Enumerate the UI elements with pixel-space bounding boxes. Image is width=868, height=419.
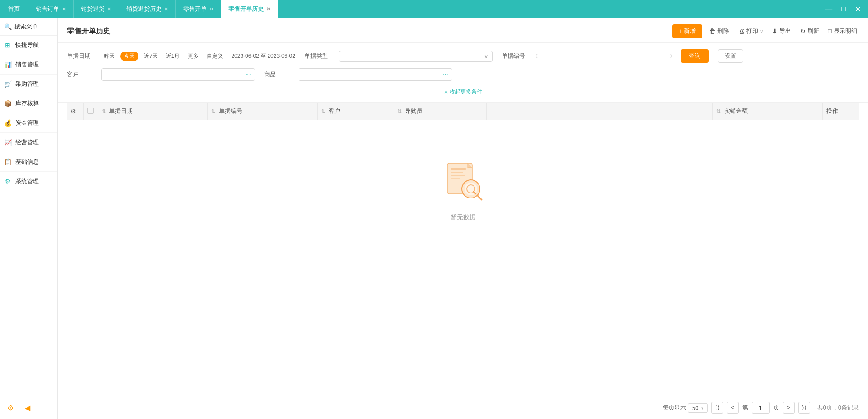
type-label: 单据类型 xyxy=(304,52,330,60)
customer-input[interactable]: ··· xyxy=(101,68,255,81)
delete-button[interactable]: 🗑 删除 xyxy=(707,26,731,36)
print-button[interactable]: 🖨 打印 ∨ xyxy=(736,26,765,36)
th-customer-label: 客户 xyxy=(328,108,340,114)
goods-input[interactable]: ··· xyxy=(299,68,452,81)
sidebar-item-quick-nav[interactable]: ⊞ 快捷导航 xyxy=(0,36,57,55)
tab-retail-open[interactable]: 零售开单 ✕ xyxy=(176,0,221,18)
sidebar-item-finance-mgmt[interactable]: 💰 资金管理 xyxy=(0,113,57,133)
sidebar-item-basic-info-label: 基础信息 xyxy=(15,158,39,166)
display-icon: □ xyxy=(828,28,832,35)
tab-retail-open-close[interactable]: ✕ xyxy=(209,6,213,12)
display-detail-button[interactable]: □ 显示明细 xyxy=(826,26,859,36)
th-settings[interactable]: ⚙ xyxy=(67,103,83,120)
system-mgmt-icon: ⚙ xyxy=(4,177,12,185)
delete-label: 删除 xyxy=(717,27,729,35)
sidebar-item-stock-calc-label: 库存核算 xyxy=(15,99,39,108)
svg-rect-2 xyxy=(451,172,463,173)
th-action-label: 操作 xyxy=(826,108,838,114)
number-input[interactable] xyxy=(536,54,672,58)
date-btn-yesterday[interactable]: 昨天 xyxy=(101,52,118,61)
date-btn-7days[interactable]: 近7天 xyxy=(141,52,161,61)
sidebar-settings-button[interactable]: ⚙ xyxy=(4,401,17,414)
page-size-box[interactable]: 50 ∨ xyxy=(688,403,707,413)
filter-area: 单据日期 昨天 今天 近7天 近1月 更多 自定义 2023-06-02 至 2… xyxy=(58,43,868,103)
collapse-row[interactable]: ∧ 收起更多条件 xyxy=(67,86,859,96)
date-btn-1month[interactable]: 近1月 xyxy=(163,52,183,61)
svg-rect-1 xyxy=(451,168,466,170)
search-icon: 🔍 xyxy=(4,23,12,31)
th-guide-label: 导购员 xyxy=(405,108,422,114)
tab-sales-order[interactable]: 销售订单 ✕ xyxy=(28,0,74,18)
sidebar-item-basic-info[interactable]: 📋 基础信息 xyxy=(0,152,57,172)
sidebar-search[interactable]: 🔍 搜索采单 xyxy=(0,18,57,36)
svg-rect-3 xyxy=(451,175,465,176)
tab-sales-return-close[interactable]: ✕ xyxy=(107,6,111,12)
tab-home-label: 首页 xyxy=(8,5,20,13)
date-range: 2023-06-02 至 2023-06-02 xyxy=(231,52,295,60)
operations-mgmt-icon: 📈 xyxy=(4,138,12,146)
type-dropdown-icon: ∨ xyxy=(484,53,489,60)
sales-mgmt-icon: 📊 xyxy=(4,61,12,69)
settings-icon: ⚙ xyxy=(71,108,76,115)
next-page-button[interactable]: > xyxy=(783,402,795,414)
query-button[interactable]: 查询 xyxy=(681,49,709,63)
customer-label: 客户 xyxy=(67,71,92,79)
sidebar-item-system-mgmt[interactable]: ⚙ 系统管理 xyxy=(0,172,57,191)
date-btn-today[interactable]: 今天 xyxy=(120,52,138,61)
th-number-label: 单据编号 xyxy=(219,108,242,114)
close-button[interactable]: ✕ xyxy=(852,4,863,14)
total-info: 共0页，0条记录 xyxy=(817,404,859,412)
refresh-button[interactable]: ↻ 刷新 xyxy=(798,26,821,36)
sidebar-item-stock-calc[interactable]: 📦 库存核算 xyxy=(0,94,57,113)
sidebar-item-system-mgmt-label: 系统管理 xyxy=(15,177,39,185)
goods-dots-icon[interactable]: ··· xyxy=(442,71,448,79)
th-date[interactable]: 单据日期 xyxy=(98,103,208,120)
sidebar-item-operations-mgmt[interactable]: 📈 经营管理 xyxy=(0,133,57,152)
sidebar-item-sales-mgmt-label: 销售管理 xyxy=(15,61,39,69)
tab-home[interactable]: 首页 xyxy=(0,0,28,18)
window-controls: — □ ✕ xyxy=(822,4,868,14)
maximize-button[interactable]: □ xyxy=(839,4,849,14)
filter-row-1: 单据日期 昨天 今天 近7天 近1月 更多 自定义 2023-06-02 至 2… xyxy=(67,49,859,63)
content-area: 零售开单历史 + 新增 🗑 删除 🖨 打印 ∨ ⬇ 导出 ↻ xyxy=(58,18,868,419)
th-action: 操作 xyxy=(823,103,859,120)
th-date-label: 单据日期 xyxy=(109,108,133,114)
th-customer[interactable]: 客户 xyxy=(317,103,394,120)
date-btns: 昨天 今天 近7天 近1月 更多 自定义 2023-06-02 至 2023-0… xyxy=(101,52,295,61)
stock-calc-icon: 📦 xyxy=(4,99,12,108)
display-label: 显示明细 xyxy=(834,27,857,35)
sidebar-item-purchase-mgmt-label: 采购管理 xyxy=(15,80,39,88)
tab-retail-open-label: 零售开单 xyxy=(183,5,207,13)
th-amount[interactable]: 实销金额 xyxy=(713,103,823,120)
tab-retail-open-history-close[interactable]: ✕ xyxy=(266,6,270,12)
setting-button[interactable]: 设置 xyxy=(718,49,743,63)
collapse-label: ∧ 收起更多条件 xyxy=(444,88,482,96)
type-select[interactable]: ∨ xyxy=(339,51,493,62)
sidebar-item-sales-mgmt[interactable]: 📊 销售管理 xyxy=(0,55,57,75)
customer-dots-icon[interactable]: ··· xyxy=(245,71,251,79)
th-number[interactable]: 单据编号 xyxy=(208,103,318,120)
print-icon: 🖨 xyxy=(738,28,745,35)
th-checkbox[interactable] xyxy=(83,103,98,120)
header-checkbox[interactable] xyxy=(87,108,94,114)
sidebar-collapse-button[interactable]: ◀ xyxy=(21,401,34,414)
date-btn-custom[interactable]: 自定义 xyxy=(204,52,226,61)
date-btn-more[interactable]: 更多 xyxy=(185,52,201,61)
minimize-button[interactable]: — xyxy=(822,4,835,14)
page-size-select: 每页显示 50 ∨ xyxy=(663,403,707,413)
tab-sales-return-history[interactable]: 销货退货历史 ✕ xyxy=(119,0,176,18)
export-button[interactable]: ⬇ 导出 xyxy=(770,26,793,36)
sidebar-item-purchase-mgmt[interactable]: 🛒 采购管理 xyxy=(0,75,57,94)
th-guide[interactable]: 导购员 xyxy=(394,103,487,120)
first-page-button[interactable]: ⟨⟨ xyxy=(711,402,723,414)
empty-text: 暂无数据 xyxy=(451,213,476,221)
last-page-button[interactable]: ⟩⟩ xyxy=(798,402,810,414)
empty-state: 暂无数据 xyxy=(67,120,859,258)
tab-sales-return[interactable]: 销货退货 ✕ xyxy=(74,0,119,18)
add-button[interactable]: + 新增 xyxy=(672,24,702,38)
page-number-input[interactable] xyxy=(752,402,770,414)
tab-sales-return-history-close[interactable]: ✕ xyxy=(164,6,168,12)
tab-sales-order-close[interactable]: ✕ xyxy=(62,6,66,12)
prev-page-button[interactable]: < xyxy=(727,402,739,414)
tab-retail-open-history[interactable]: 零售开单历史 ✕ xyxy=(221,0,278,18)
